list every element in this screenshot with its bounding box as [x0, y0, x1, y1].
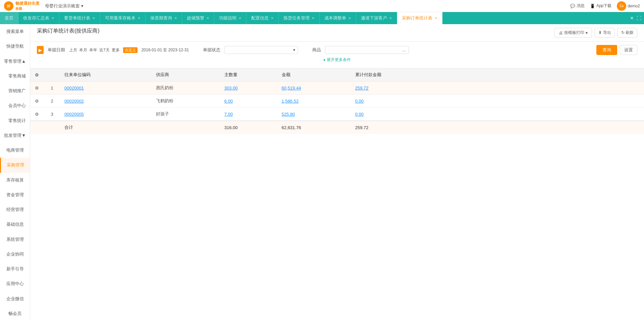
sidebar-item-inventory-check[interactable]: 库存核算	[0, 173, 30, 188]
row-amount[interactable]: 525.80	[278, 108, 351, 121]
page-header: 采购订单统计表(按供应商) 🖨 按模板打印 ▾ ⬇ 导出 ↻ 刷新	[30, 24, 644, 42]
row-qty[interactable]: 7.00	[220, 108, 278, 121]
app-download-btn[interactable]: 📱 App下载	[590, 3, 611, 9]
logo-icon: 好	[4, 1, 13, 11]
sidebar-item-enterprise-wechat[interactable]: 企业微信	[0, 291, 30, 306]
refresh-btn[interactable]: ↻ 刷新	[618, 28, 637, 38]
tab-cost-adjust[interactable]: 成本调整单 ✕	[320, 12, 356, 24]
sidebar-item-retail-mgmt[interactable]: 零售管理 ▲	[0, 54, 30, 69]
row-index: 1	[44, 82, 60, 95]
status-label: 单据状态	[203, 47, 220, 53]
data-table: ⚙ 往来单位编码 供应商 主数量 金额 累计付款金额 ⚙ 1 00020001 …	[30, 68, 644, 134]
row-settings[interactable]: ⚙	[30, 82, 44, 95]
close-icon[interactable]: ✕	[312, 16, 315, 20]
row-qty[interactable]: 303.00	[220, 82, 278, 95]
close-icon[interactable]: ✕	[348, 16, 351, 20]
sidebar-item-search[interactable]: 搜索菜单	[0, 24, 30, 39]
sidebar-item-operations-mgmt[interactable]: 经营管理	[0, 202, 30, 217]
sidebar-item-app-center[interactable]: 应用中心	[0, 276, 30, 291]
sidebar-item-purchase-mgmt[interactable]: 采购管理	[0, 158, 30, 172]
row-settings[interactable]: ⚙	[30, 95, 44, 108]
tab-receive-summary[interactable]: 收发存汇总表 ✕	[18, 12, 59, 24]
tab-expiry-query[interactable]: 保质期查询 ✕	[146, 12, 182, 24]
tab-available-stock[interactable]: 可用量库存账本 ✕	[100, 12, 146, 24]
table-row: ⚙ 3 00020005 好孩子 7.00 525.80 0.00	[30, 108, 644, 121]
export-icon: ⬇	[598, 30, 602, 35]
date-tab-this-year[interactable]: 本年	[89, 47, 97, 53]
close-icon[interactable]: ✕	[389, 16, 392, 20]
sidebar-item-retail-mall[interactable]: 零售商城	[0, 69, 30, 84]
close-icon[interactable]: ✕	[138, 16, 141, 20]
row-supplier: 惠氏奶粉	[152, 82, 220, 95]
fullscreen-btn[interactable]: ⛶	[637, 15, 641, 21]
date-tab-more[interactable]: 更多	[112, 47, 120, 53]
close-icon[interactable]: ✕	[206, 16, 209, 20]
status-select[interactable]: ▾	[224, 46, 298, 54]
date-tab-last-month[interactable]: 上月	[69, 47, 77, 53]
filter-right-actions: 查询 设置	[596, 45, 637, 55]
tab-invite-downstream[interactable]: 邀请下游客户 ✕	[356, 12, 397, 24]
tab-requisition-summary[interactable]: 要货单统计表 ✕	[59, 12, 100, 24]
export-btn[interactable]: ⬇ 导出	[595, 28, 614, 38]
message-icon: 💬	[570, 4, 575, 8]
user-profile[interactable]: Ea demo2	[617, 1, 640, 11]
goods-input[interactable]: …	[325, 46, 409, 54]
sidebar-item-system-mgmt[interactable]: 系统管理	[0, 232, 30, 247]
workspace-selector[interactable]: 母婴行业演示账套 ▾	[42, 3, 86, 9]
filter-row-1: ▶ 单据日期 上月 本月 本年 近7天 更多 自定义 2016-01-01 至 …	[37, 45, 637, 55]
sidebar-item-enterprise-coop[interactable]: 企业协同	[0, 247, 30, 262]
arrow-up-icon: ▲	[21, 59, 26, 64]
sidebar-item-basic-info[interactable]: 基础信息	[0, 217, 30, 232]
col-settings[interactable]: ⚙	[30, 68, 44, 82]
top-bar-left: 好 畅捷通好生意 标题 母婴行业演示账套 ▾	[4, 1, 86, 11]
row-settings[interactable]: ⚙	[30, 108, 44, 121]
close-icon[interactable]: ✕	[434, 16, 437, 20]
row-amount[interactable]: 60,519.44	[278, 82, 351, 95]
row-index: 2	[44, 95, 60, 108]
row-code[interactable]: 00020001	[60, 82, 152, 95]
row-paid[interactable]: 259.72	[351, 82, 443, 95]
arrow-down-icon: ▼	[21, 133, 26, 138]
col-main-qty: 主数量	[220, 68, 278, 82]
close-icon[interactable]: ✕	[271, 16, 274, 20]
footer-empty-1	[30, 121, 44, 134]
row-amount[interactable]: 1,586.52	[278, 95, 351, 108]
chevron-down-icon: ▾	[586, 31, 588, 35]
sidebar-item-quick-nav[interactable]: 快捷导航	[0, 39, 30, 54]
search-btn[interactable]: 查询	[596, 45, 617, 55]
tab-function-desc[interactable]: 功能说明 ✕	[214, 12, 247, 24]
date-tab-this-month[interactable]: 本月	[79, 47, 87, 53]
close-icon[interactable]: ✕	[238, 16, 241, 20]
print-btn[interactable]: 🖨 按模板打印 ▾	[554, 28, 592, 38]
close-icon[interactable]: ✕	[51, 16, 54, 20]
sidebar-item-vip-member[interactable]: 畅会员	[0, 306, 30, 321]
filter-toggle-btn[interactable]: ▶	[37, 46, 44, 54]
row-qty[interactable]: 6.00	[220, 95, 278, 108]
sidebar-item-new-guide[interactable]: 新手引导	[0, 262, 30, 276]
message-btn[interactable]: 💬 消息	[570, 3, 585, 9]
sidebar-item-marketing[interactable]: 营销推广	[0, 84, 30, 98]
close-all-tabs-btn[interactable]: ✕	[630, 15, 634, 21]
footer-total-amount: 62,631.76	[278, 121, 351, 134]
row-code[interactable]: 00020002	[60, 95, 152, 108]
tab-home[interactable]: 首页	[0, 12, 18, 24]
row-paid[interactable]: 0.00	[351, 95, 443, 108]
setting-btn[interactable]: 设置	[620, 45, 637, 55]
table-row: ⚙ 1 00020001 惠氏奶粉 303.00 60,519.44 259.7…	[30, 82, 644, 95]
close-icon[interactable]: ✕	[92, 16, 95, 20]
date-tab-7days[interactable]: 近7天	[99, 47, 110, 53]
sidebar-item-retail-stats[interactable]: 零售统计	[0, 113, 30, 128]
tab-pick-task[interactable]: 拣货任务管理 ✕	[279, 12, 320, 24]
row-code[interactable]: 00020005	[60, 108, 152, 121]
sidebar-item-finance-mgmt[interactable]: 资金管理	[0, 188, 30, 202]
expand-more-btn[interactable]: ▾ 展开更多条件	[37, 55, 637, 65]
sidebar-item-ecommerce-mgmt[interactable]: 电商管理	[0, 143, 30, 158]
tab-config-info[interactable]: 配置信息 ✕	[247, 12, 279, 24]
row-paid[interactable]: 0.00	[351, 108, 443, 121]
close-icon[interactable]: ✕	[174, 16, 177, 20]
printer-icon: 🖨	[559, 31, 563, 35]
sidebar-item-wholesale-mgmt[interactable]: 批发管理 ▼	[0, 128, 30, 143]
tab-purchase-order-summary[interactable]: 采购订单统计表 ✕	[397, 12, 442, 24]
tab-overstock-warning[interactable]: 超储预警 ✕	[182, 12, 214, 24]
sidebar-item-member-center[interactable]: 会员中心	[0, 98, 30, 113]
